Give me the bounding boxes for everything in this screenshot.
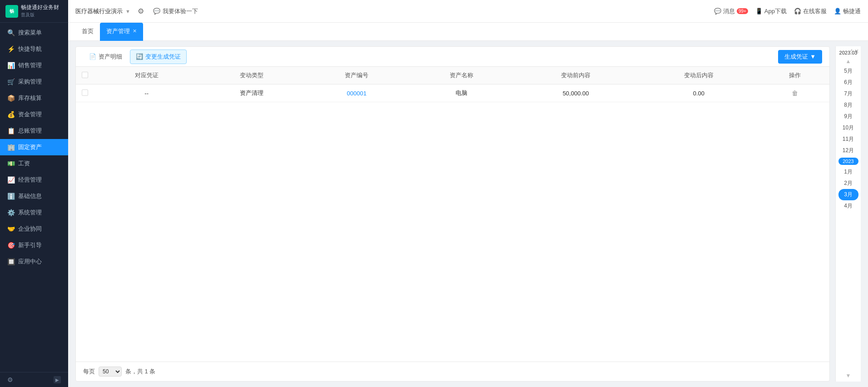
asset-detail-label: 资产明细 (99, 53, 122, 61)
sales-icon: 📊 (7, 62, 15, 69)
topbar: 医疗器械行业演示 ▼ ⚙ 💬 我要体验一下 💬 消息 99+ 📱 App下载 🎧… (68, 0, 868, 23)
sidebar-item-purchase[interactable]: 🛒 采购管理 (0, 74, 68, 90)
sidebar-item-operation[interactable]: 📈 经营管理 (0, 172, 68, 188)
row-asset-code[interactable]: 000001 (304, 84, 409, 102)
salary-icon: 💵 (7, 160, 15, 167)
calendar-close-icon[interactable]: ✕ (854, 48, 859, 55)
sidebar-item-purchase-label: 采购管理 (18, 78, 42, 86)
cal-month-9[interactable]: 9月 (838, 111, 858, 122)
sidebar-item-capital[interactable]: 💰 资金管理 (0, 106, 68, 123)
sub-tab-asset-detail[interactable]: 📄 资产明细 (83, 50, 128, 64)
sidebar-header: 畅 畅捷通好业务财 普及版 (0, 0, 68, 23)
cal-month-2023-3[interactable]: 3月 (838, 189, 858, 200)
topbar-right: 💬 消息 99+ 📱 App下载 🎧 在线客服 👤 畅捷通 (714, 7, 861, 15)
col-before-value: 变动前内容 (514, 67, 637, 84)
main-card: 📄 资产明细 🔄 变更生成凭证 生成凭证 ▼ (75, 46, 830, 382)
sidebar-collapse-btn[interactable]: ▶ (54, 376, 61, 383)
change-voucher-icon: 🔄 (136, 53, 143, 60)
app-title: 畅捷通好业务财 (21, 4, 59, 11)
basic-info-icon: ℹ️ (7, 193, 15, 200)
customer-service-button[interactable]: 🎧 在线客服 (794, 7, 827, 15)
message-label: 消息 (723, 7, 735, 15)
cal-month-5[interactable]: 5月 (838, 65, 858, 77)
cal-month-2023-2[interactable]: 2月 (838, 178, 858, 189)
sidebar-item-sales[interactable]: 📊 销售管理 (0, 57, 68, 74)
row-checkbox[interactable] (82, 89, 88, 96)
col-asset-name: 资产名称 (409, 67, 514, 84)
user-icon: 👤 (834, 8, 841, 15)
table-header-row: 对应凭证 变动类型 资产编号 资产名称 变动前内容 变动后内容 操作 (76, 67, 829, 84)
sidebar-item-ledger-label: 总账管理 (18, 127, 42, 135)
tabs-bar: 首页 资产管理 ✕ (68, 23, 868, 41)
sidebar-item-app-center-label: 应用中心 (18, 258, 42, 266)
app-edition: 普及版 (21, 12, 59, 18)
company-selector[interactable]: 医疗器械行业演示 ▼ (75, 7, 130, 15)
sidebar-item-salary[interactable]: 💵 工资 (0, 155, 68, 172)
sidebar-item-fixed-assets-label: 固定资产 (18, 143, 42, 151)
sidebar-item-basic-info[interactable]: ℹ️ 基础信息 (0, 188, 68, 204)
page-content: 📄 资产明细 🔄 变更生成凭证 生成凭证 ▼ (68, 41, 868, 387)
capital-icon: 💰 (7, 111, 15, 118)
tab-asset-management[interactable]: 资产管理 ✕ (100, 23, 143, 41)
fixed-assets-icon: 🏢 (7, 144, 15, 151)
cal-month-2023-1[interactable]: 1月 (838, 166, 858, 178)
home-tab-label: 首页 (82, 27, 94, 35)
col-change-type: 变动类型 (199, 67, 304, 84)
header-checkbox[interactable] (82, 72, 88, 78)
main-content: 医疗器械行业演示 ▼ ⚙ 💬 我要体验一下 💬 消息 99+ 📱 App下载 🎧… (68, 0, 868, 387)
sidebar-item-inventory[interactable]: 📦 库存核算 (0, 90, 68, 106)
message-button[interactable]: 💬 消息 99+ (714, 7, 748, 15)
cal-month-2023-4[interactable]: 4月 (838, 200, 858, 212)
cal-month-10[interactable]: 10月 (838, 122, 858, 134)
generate-voucher-button[interactable]: 生成凭证 ▼ (778, 50, 822, 64)
sidebar-item-search[interactable]: 🔍 搜索菜单 (0, 25, 68, 41)
app-download-icon: 📱 (755, 8, 763, 15)
customer-service-label: 在线客服 (803, 7, 827, 15)
feedback-icon: 💬 (153, 8, 160, 15)
sidebar-footer: ⚙ ▶ (0, 372, 68, 387)
sidebar-item-guide[interactable]: 🎯 新手引导 (0, 237, 68, 253)
cal-year-2023[interactable]: 2023 (838, 158, 858, 165)
cal-month-11[interactable]: 11月 (838, 134, 858, 145)
topbar-settings-icon[interactable]: ⚙ (138, 7, 144, 15)
app-center-icon: 🔲 (7, 258, 15, 265)
page-size-select[interactable]: 50 10 20 100 (99, 367, 122, 377)
sidebar-item-inventory-label: 库存核算 (18, 94, 42, 102)
enterprise-icon: 🤝 (7, 225, 15, 233)
row-action-cell[interactable]: 🗑 (760, 84, 829, 102)
delete-icon[interactable]: 🗑 (792, 89, 798, 97)
tab-home[interactable]: 首页 (75, 23, 100, 41)
feedback-button[interactable]: 💬 我要体验一下 (153, 7, 198, 15)
col-asset-code: 资产编号 (304, 67, 409, 84)
sidebar-item-enterprise[interactable]: 🤝 企业协同 (0, 221, 68, 237)
row-checkbox-cell[interactable] (76, 84, 94, 102)
sidebar-item-operation-label: 经营管理 (18, 176, 42, 184)
customer-service-icon: 🎧 (794, 8, 801, 15)
user-menu[interactable]: 👤 畅捷通 (834, 7, 861, 15)
cal-month-8[interactable]: 8月 (838, 99, 858, 111)
search-icon: 🔍 (7, 29, 15, 36)
sidebar-item-ledger[interactable]: 📋 总账管理 (0, 123, 68, 139)
calendar-scroll-down[interactable]: ▼ (845, 372, 852, 380)
feedback-label: 我要体验一下 (163, 7, 198, 15)
sidebar-item-app-center[interactable]: 🔲 应用中心 (0, 253, 68, 270)
cal-month-12[interactable]: 12月 (838, 145, 858, 156)
sub-tab-change-voucher[interactable]: 🔄 变更生成凭证 (130, 50, 187, 64)
app-download-button[interactable]: 📱 App下载 (755, 7, 787, 15)
row-asset-name: 电脑 (409, 84, 514, 102)
user-name: 畅捷通 (843, 7, 861, 15)
settings-footer-icon[interactable]: ⚙ (7, 376, 13, 383)
calendar-expand-icon[interactable]: ⤢ (849, 48, 853, 53)
ledger-icon: 📋 (7, 127, 15, 134)
cal-month-7[interactable]: 7月 (838, 88, 858, 99)
tab-close-icon[interactable]: ✕ (133, 28, 137, 34)
sidebar-item-quick-nav[interactable]: ⚡ 快捷导航 (0, 41, 68, 57)
sidebar-item-fixed-assets[interactable]: 🏢 固定资产 (0, 139, 68, 155)
sidebar-item-system[interactable]: ⚙️ 系统管理 (0, 204, 68, 221)
sidebar: 畅 畅捷通好业务财 普及版 🔍 搜索菜单 ⚡ 快捷导航 📊 销售管理 🛒 采购管… (0, 0, 68, 387)
calendar-scroll-up[interactable]: ▲ (845, 57, 852, 65)
cal-month-6[interactable]: 6月 (838, 77, 858, 88)
table-header-checkbox[interactable] (76, 67, 94, 84)
row-before-value: 50,000.00 (514, 84, 637, 102)
sidebar-item-system-label: 系统管理 (18, 208, 42, 217)
